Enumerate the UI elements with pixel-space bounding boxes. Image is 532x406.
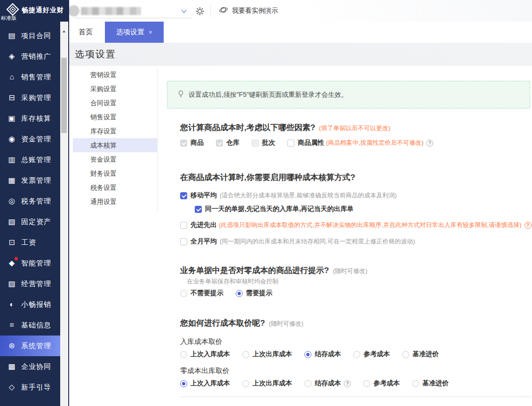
help-icon[interactable]: ? (524, 222, 532, 229)
collab-icon: ▩ (7, 361, 17, 372)
sidebar-item-expense[interactable]: ◐小畅报销 (0, 294, 60, 315)
sidebar-item-funds[interactable]: ◉资金管理 (0, 129, 60, 149)
inbound-pricing-option[interactable]: 基准进价 (402, 350, 439, 359)
demo-link-label: 我要看实例演示 (232, 7, 278, 15)
settings-nav-item[interactable]: 通用设置 (73, 195, 157, 209)
option-note: (此选项只影响出库成本取值的方式,并不解决实物的出库顺序,并且此种方式对日常出入… (219, 221, 522, 229)
checkbox-label: 全月平均 (191, 237, 217, 246)
radio-label: 上次入库成本 (191, 350, 230, 359)
sidebar-item-label: 库存核算 (21, 114, 51, 123)
inbound-pricing-option[interactable]: 参考成本 (353, 350, 390, 359)
warehouse-icon: ▣ (7, 113, 17, 124)
sidebar-item-fixed-assets[interactable]: ▧固定资产 (0, 211, 60, 232)
sidebar-item-inventory[interactable]: ▣库存核算 (0, 108, 60, 129)
zero-outbound-pricing-option[interactable]: 上次出库成本 (242, 379, 292, 388)
sidebar-item-smart[interactable]: ◆智能管理 (0, 253, 60, 273)
sidebar-item-marketing[interactable]: ◈营销推广 (0, 46, 60, 67)
gift-icon: ◈ (7, 51, 17, 62)
method-option[interactable]: 全月平均 (180, 237, 217, 246)
inbound-pricing-option[interactable]: 结存成本 (304, 350, 341, 359)
factor-option[interactable]: 仓库 (216, 139, 239, 147)
inbound-pricing-option[interactable]: 上次出库成本 (242, 350, 292, 359)
demo-link[interactable]: 我要看实例演示 (218, 5, 278, 16)
sidebar-item-label: 资金管理 (21, 135, 51, 144)
gear-icon[interactable] (195, 6, 205, 16)
moneybag-icon: ◉ (7, 134, 17, 144)
option-note: (商品档案中,按属性定价后不可修改) (326, 139, 423, 147)
method-option[interactable]: 移动平均 (180, 191, 217, 200)
sidebar-item-label: 基础信息 (21, 321, 51, 330)
settings-nav-item[interactable]: 库存设置 (73, 124, 157, 138)
sidebar-item-collab[interactable]: ▩企业协同 (0, 356, 60, 377)
sidebar-item-guide[interactable]: ◇新手引导 (0, 377, 60, 398)
settings-nav-item[interactable]: 财务设置 (73, 166, 157, 180)
help-icon[interactable]: ? (344, 380, 351, 387)
zero-tip-radio-option[interactable]: 需要提示 (236, 289, 272, 297)
method-row-same-day: 同一天的单据,先记当天的入库单,再记当天的出库单 (195, 203, 354, 215)
guide-icon: ◇ (7, 382, 17, 392)
option-note: (同一期间内的出库成本和月末结存相同,可在一定程度上修正价格的波动) (220, 237, 415, 246)
zero-outbound-pricing-option[interactable]: 上次入库成本 (180, 379, 230, 388)
settings-nav-item[interactable]: 合同设置 (73, 96, 157, 110)
checkbox-icon (252, 140, 259, 147)
settings-nav-item[interactable]: 营销设置 (73, 68, 157, 82)
inbound-pricing-option[interactable]: 上次入库成本 (180, 350, 230, 359)
section-method-title: 在商品成本计算时,你需要启用哪种成本核算方式? (180, 172, 355, 183)
sidebar-item-system[interactable]: ⊛系统管理 (0, 336, 60, 356)
chevron-down-icon[interactable] (180, 8, 188, 17)
sidebar-item-label: 经营管理 (21, 280, 51, 289)
sidebar-item-purchase[interactable]: ⊟采购管理 (0, 87, 60, 108)
zero-outbound-pricing-radio-row: 上次入库成本上次出库成本结存成本?参考成本基准进价 (180, 378, 449, 389)
method-suboption[interactable]: 同一天的单据,先记当天的入库单,再记当天的出库单 (195, 205, 354, 213)
org-avatar (68, 5, 79, 16)
zero-tip-radio-row: 不需要提示需要提示 (180, 288, 272, 299)
radio-icon (304, 351, 311, 358)
sidebar-scrollbar[interactable]: ▲ (60, 22, 68, 406)
close-icon[interactable]: × (149, 29, 152, 36)
scroll-up-arrow-icon[interactable]: ▲ (60, 29, 68, 33)
zero-outbound-pricing-option[interactable]: 参考成本 (363, 379, 400, 388)
factor-option[interactable]: 商品 (180, 139, 204, 147)
settings-nav-item[interactable]: 成本核算 (73, 138, 157, 152)
sidebar-item-label: 工资 (21, 238, 36, 247)
store-icon: ⌂ (7, 72, 17, 82)
method-row-moving-average: 移动平均(适合绝大部分成本核算场景,能够准确反映当前商品的成本及利润) (180, 190, 397, 201)
sidebar-item-sales[interactable]: ⌂销售管理 (0, 67, 60, 87)
sidebar-item-ledger[interactable]: ▥总账管理 (0, 149, 60, 170)
sidebar-item-project-contract[interactable]: ▤项目合同 (0, 25, 60, 46)
tab-label: 首页 (79, 28, 93, 37)
help-icon[interactable]: ? (426, 140, 433, 147)
sidebar-item-base-info[interactable]: ≡基础信息 (0, 315, 60, 336)
sidebar-item-label: 系统管理 (21, 342, 51, 351)
settings-nav-item[interactable]: 税务设置 (73, 180, 157, 195)
scrollbar-thumb[interactable] (61, 58, 67, 133)
tab-options[interactable]: 选项设置× (105, 22, 164, 43)
sidebar-item-label: 固定资产 (21, 218, 51, 226)
radio-icon (363, 380, 370, 387)
radio-label: 需要提示 (246, 289, 272, 297)
tab-home[interactable]: 首页 (69, 22, 102, 43)
zero-tip-radio-option[interactable]: 不需要提示 (180, 289, 223, 297)
topbar: 我要看实例演示 畅捷通好业财 标准版 (0, 0, 532, 22)
sidebar-item-tax[interactable]: ◎税务管理 (0, 191, 60, 211)
page-title: 选项设置 (75, 48, 116, 61)
zero-tip-subtext: 在业务单据保存和审核时均会控制 (187, 277, 278, 286)
radio-label: 上次出库成本 (253, 379, 292, 388)
zero-outbound-pricing-option[interactable]: 基准进价 (412, 379, 449, 388)
settings-nav-item[interactable]: 销售设置 (73, 110, 157, 124)
building-icon: ▧ (7, 217, 17, 227)
sidebar-item-invoice[interactable]: ▦发票管理 (0, 170, 60, 191)
lightbulb-icon (177, 90, 185, 100)
method-option[interactable]: 先进先出 (180, 221, 217, 229)
zero-outbound-pricing-option[interactable]: 结存成本? (304, 379, 351, 388)
factor-option[interactable]: 批次 (252, 139, 275, 147)
settings-nav-item[interactable]: 采购设置 (73, 82, 157, 96)
settings-nav-item[interactable]: 资金设置 (73, 152, 157, 166)
tax-icon: ◎ (7, 196, 17, 206)
factor-option[interactable]: 商品属性(商品档案中,按属性定价后不可修改)? (287, 139, 433, 147)
sidebar-item-label: 新手引导 (21, 383, 51, 392)
radio-icon (180, 290, 187, 297)
sidebar-item-payroll[interactable]: ⊡工资 (0, 232, 60, 253)
sidebar-item-operation[interactable]: ▨经营管理 (0, 273, 60, 294)
sidebar-item-label: 采购管理 (21, 94, 51, 102)
